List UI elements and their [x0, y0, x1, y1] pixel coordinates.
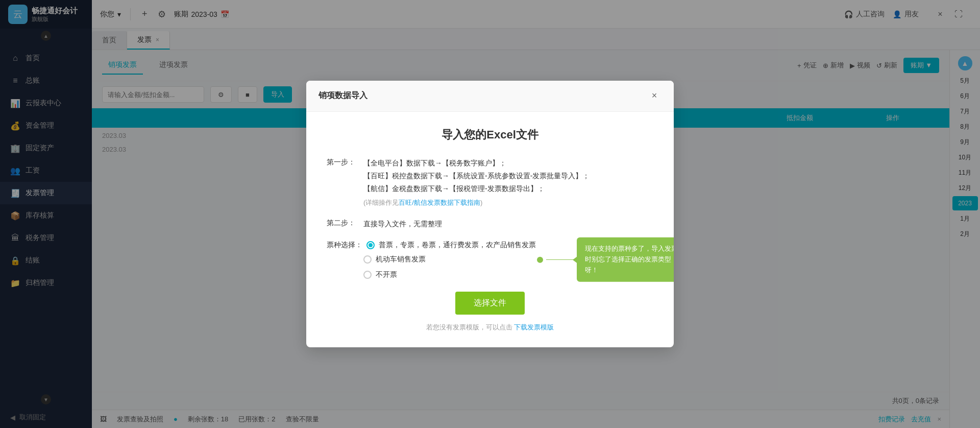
- step-1: 第一步： 【全电平台】数据下载→【税务数字账户】； 【百旺】税控盘数据下载→【系…: [327, 157, 653, 208]
- step-1-guide-link[interactable]: 百旺/航信发票数据下载指南: [399, 199, 480, 206]
- radio-general-label: 普票，专票，卷票，通行费发票，农产品销售发票: [379, 241, 536, 250]
- modal-body: 导入您的Excel文件 第一步： 【全电平台】数据下载→【税务数字账户】； 【百…: [306, 112, 674, 348]
- radio-motor-label: 机动车销售发票: [376, 255, 426, 264]
- tooltip-dot: [537, 256, 543, 263]
- radio-motor[interactable]: 机动车销售发票 × 现在支持的票种多了，导入发票时别忘了选择正确的发票类型呀！: [363, 255, 653, 264]
- footer-note-text: 若您没有发票模版，可以点击: [426, 323, 512, 331]
- step-1-note-suffix: ): [480, 199, 482, 206]
- modal-header: 销项数据导入 ×: [306, 81, 674, 112]
- tooltip-bubble: × 现在支持的票种多了，导入发票时别忘了选择正确的发票类型呀！: [577, 237, 674, 281]
- step-2-line: 第二步： 直接导入文件，无需整理: [327, 218, 653, 230]
- radio-general-dot: [369, 243, 373, 247]
- step-2: 第二步： 直接导入文件，无需整理: [327, 218, 653, 230]
- select-file-btn[interactable]: 选择文件: [455, 292, 525, 315]
- step-1-line: 第一步： 【全电平台】数据下载→【税务数字账户】； 【百旺】税控盘数据下载→【系…: [327, 157, 653, 196]
- step-2-content: 直接导入文件，无需整理: [363, 218, 442, 230]
- step-1-note: (详细操作见百旺/航信发票数据下载指南): [363, 198, 653, 207]
- modal-overlay: 销项数据导入 × 导入您的Excel文件 第一步： 【全电平台】数据下载→【税务…: [0, 0, 980, 428]
- modal-main-title: 导入您的Excel文件: [327, 127, 653, 142]
- download-template-link[interactable]: 下载发票模版: [514, 323, 554, 331]
- radio-none-circle: [363, 271, 372, 279]
- radio-group: 机动车销售发票 × 现在支持的票种多了，导入发票时别忘了选择正确的发票类型呀！: [363, 255, 653, 279]
- radio-none-label: 不开票: [376, 270, 397, 279]
- ticket-select: 票种选择： 普票，专票，卷票，通行费发票，农产品销售发票 机动车销售发票: [327, 241, 653, 279]
- radio-motor-circle: [363, 255, 372, 264]
- modal-footer: 若您没有发票模版，可以点击 下载发票模版: [327, 323, 653, 332]
- step-1-line-2: 【百旺】税控盘数据下载→【系统设置-系统参数设置-发票批量导入】；: [363, 170, 590, 182]
- modal-title: 销项数据导入: [318, 90, 368, 101]
- import-modal: 销项数据导入 × 导入您的Excel文件 第一步： 【全电平台】数据下载→【税务…: [306, 81, 674, 348]
- tooltip-text: 现在支持的票种多了，导入发票时别忘了选择正确的发票类型呀！: [585, 245, 674, 274]
- modal-close-btn[interactable]: ×: [647, 89, 662, 103]
- step-1-note-prefix: (详细操作见: [363, 199, 399, 206]
- ticket-label-text: 票种选择：: [327, 241, 362, 250]
- tooltip-line: [546, 259, 577, 260]
- step-1-label: 第一步：: [327, 158, 357, 167]
- radio-general-circle: [366, 241, 375, 249]
- tooltip-connector: × 现在支持的票种多了，导入发票时别忘了选择正确的发票类型呀！: [537, 237, 674, 281]
- step-1-line-3: 【航信】金税盘数据下载→【报税管理-发票数据导出】；: [363, 182, 590, 195]
- radio-general[interactable]: 普票，专票，卷票，通行费发票，农产品销售发票: [366, 241, 536, 250]
- step-1-line-1: 【全电平台】数据下载→【税务数字账户】；: [363, 157, 590, 170]
- step-2-label: 第二步：: [327, 219, 357, 228]
- step-1-content: 【全电平台】数据下载→【税务数字账户】； 【百旺】税控盘数据下载→【系统设置-系…: [363, 157, 590, 196]
